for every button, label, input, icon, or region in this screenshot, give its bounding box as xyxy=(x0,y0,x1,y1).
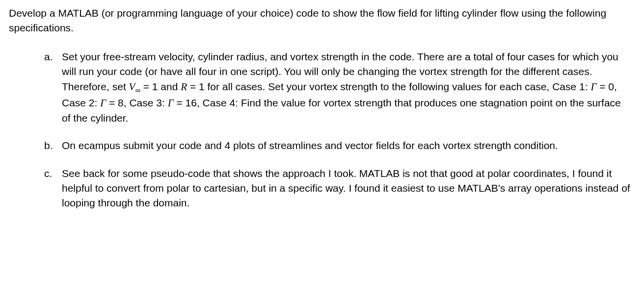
math-symbol: Γ xyxy=(590,81,596,93)
item-content-c: See back for some pseudo-code that shows… xyxy=(62,166,635,211)
item-label-a: a. xyxy=(44,50,62,126)
list-item: a. Set your free-stream velocity, cylind… xyxy=(9,50,635,126)
intro-paragraph: Develop a MATLAB (or programming languag… xyxy=(9,6,635,36)
item-label-b: b. xyxy=(44,138,62,153)
item-label-c: c. xyxy=(44,166,62,211)
item-content-a: Set your free-stream velocity, cylinder … xyxy=(62,50,635,126)
item-content-b: On ecampus submit your code and 4 plots … xyxy=(62,138,635,153)
math-symbol: Γ xyxy=(168,97,174,109)
list-item: b. On ecampus submit your code and 4 plo… xyxy=(9,138,635,153)
math-symbol: Γ xyxy=(100,97,106,109)
list-item: c. See back for some pseudo-code that sh… xyxy=(9,166,635,211)
subscript: ∞ xyxy=(135,86,140,94)
math-symbol: V xyxy=(129,81,135,93)
math-symbol: R xyxy=(181,81,187,93)
